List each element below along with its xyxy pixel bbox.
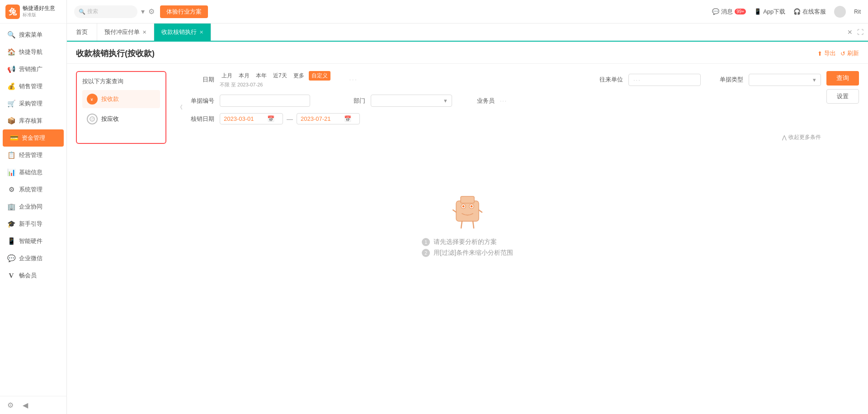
- tab-close-collection[interactable]: ✕: [199, 29, 203, 35]
- svg-text:¥: ¥: [90, 97, 94, 102]
- query-type-receipt-label: 按收款: [101, 95, 119, 103]
- tab-home[interactable]: 首页: [67, 24, 97, 41]
- sidebar-item-label-system: 系统管理: [19, 186, 42, 194]
- filter-row-1-wrap: 日期 上月 本月 本年 近7天 更多 自定义: [189, 71, 859, 144]
- doc-type-label: 单据类型: [712, 76, 743, 84]
- sidebar-menu: 🔍 搜索菜单 🏠 快捷导航 📢 营销推广 💰 销售管理 🛒 采购管理 📦 库存核…: [0, 24, 66, 396]
- dept-chevron-icon: ▾: [444, 97, 447, 104]
- calendar-end-icon[interactable]: 📅: [344, 115, 351, 122]
- header-gear-icon[interactable]: ▾: [141, 7, 145, 16]
- counterparty-dots2: ···: [633, 76, 641, 83]
- messages-button[interactable]: 💬 消息 99+: [712, 8, 746, 16]
- collapse-sidebar-icon[interactable]: ◀: [23, 401, 28, 409]
- dept-select[interactable]: ▾: [371, 95, 452, 107]
- page-inner: 收款核销执行(按收款) ⬆ 导出 ↺ 刷新 按以下方案查询: [67, 42, 868, 414]
- sidebar-item-marketing[interactable]: 📢 营销推广: [0, 61, 66, 78]
- sidebar-item-label-purchase: 采购管理: [19, 100, 42, 108]
- svg-rect-4: [456, 201, 479, 221]
- sidebar-item-shortcut[interactable]: 🏠 快捷导航: [0, 43, 66, 61]
- header-search-box[interactable]: 🔍 搜索: [74, 5, 137, 18]
- message-icon: 💬: [712, 8, 719, 15]
- tab-spacer: [211, 24, 847, 41]
- writeoff-start-input[interactable]: [224, 115, 264, 122]
- refresh-button[interactable]: ↺ 刷新: [840, 49, 859, 57]
- sidebar-item-label-wechat: 企业微信: [19, 254, 42, 262]
- settings-button[interactable]: 设置: [826, 89, 859, 104]
- svg-text:⏱: ⏱: [91, 118, 94, 121]
- export-button[interactable]: ⬆ 导出: [817, 49, 836, 57]
- collapse-panel-button[interactable]: 《: [175, 99, 184, 117]
- counterparty-input[interactable]: ···: [628, 74, 701, 86]
- svg-line-11: [479, 210, 482, 212]
- sidebar-item-member[interactable]: V 畅会员: [0, 267, 66, 284]
- sidebar-item-purchase[interactable]: 🛒 采购管理: [0, 95, 66, 112]
- filter-row-date: 日期 上月 本月 本年 近7天 更多 自定义: [189, 71, 821, 88]
- date-range-separator: —: [287, 115, 293, 123]
- query-type-by-receipt[interactable]: ¥ 按收款: [82, 90, 160, 108]
- by-receipt-icon: ¥: [87, 94, 98, 105]
- doc-no-input[interactable]: [220, 95, 310, 107]
- tab-prepay[interactable]: 预付冲应付单 ✕: [97, 24, 154, 41]
- refresh-label: 刷新: [847, 49, 859, 57]
- page-content: 收款核销执行(按收款) ⬆ 导出 ↺ 刷新 按以下方案查询: [67, 42, 868, 414]
- tab-close-prepay[interactable]: ✕: [142, 29, 146, 35]
- app-name: 畅捷通好生意: [23, 5, 55, 12]
- settings-icon[interactable]: ⚙: [7, 401, 14, 409]
- sidebar: 兔 畅捷通好生意 标准版 🔍 搜索菜单 🏠 快捷导航 📢 营销推广 💰 销售管理…: [0, 0, 67, 414]
- finance-icon: 💳: [10, 134, 18, 142]
- close-window-icon[interactable]: ✕: [847, 29, 853, 36]
- sidebar-logo: 兔 畅捷通好生意 标准版: [0, 0, 66, 24]
- operation-icon: 📋: [7, 151, 15, 159]
- writeoff-date-label: 核销日期: [189, 115, 214, 123]
- calendar-start-icon[interactable]: 📅: [267, 115, 274, 122]
- sidebar-item-sales[interactable]: 💰 销售管理: [0, 78, 66, 95]
- settings-gear-icon[interactable]: ⚙: [148, 7, 155, 16]
- sidebar-item-collab[interactable]: 🏢 企业协同: [0, 198, 66, 215]
- tip-number-2: 2: [422, 249, 430, 257]
- sidebar-item-label-finance: 资金管理: [22, 134, 45, 142]
- date-more[interactable]: 更多: [292, 71, 306, 81]
- date-this-month[interactable]: 本月: [237, 71, 251, 81]
- online-service-button[interactable]: 🎧 在线客服: [793, 8, 826, 16]
- home-icon: 🏠: [7, 48, 15, 56]
- date-this-year[interactable]: 本年: [254, 71, 269, 81]
- main-area: 🔍 搜索 ▾ ⚙ 体验行业方案 💬 消息 99+ 📱 App下载 🎧 在线客服: [67, 0, 868, 414]
- page-title-actions: ⬆ 导出 ↺ 刷新: [817, 49, 859, 57]
- dept-label: 部门: [329, 97, 365, 105]
- date-last-month[interactable]: 上月: [220, 71, 234, 81]
- tab-home-label: 首页: [76, 28, 88, 36]
- page-title-bar: 收款核销执行(按收款) ⬆ 导出 ↺ 刷新: [67, 42, 868, 64]
- sidebar-item-guide[interactable]: 🎓 新手引导: [0, 215, 66, 233]
- query-type-by-receivable[interactable]: ⏱ 按应收: [82, 110, 160, 128]
- collapse-more-btn[interactable]: ⋀ 收起更多条件: [189, 131, 821, 144]
- app-download-button[interactable]: 📱 App下载: [754, 8, 785, 16]
- message-count-badge: 99+: [735, 9, 746, 14]
- writeoff-end-input[interactable]: [301, 115, 341, 122]
- sidebar-item-wechat[interactable]: 💬 企业微信: [0, 250, 66, 267]
- sidebar-item-search[interactable]: 🔍 搜索菜单: [0, 26, 66, 43]
- online-service-label: 在线客服: [802, 8, 826, 16]
- solution-button[interactable]: 体验行业方案: [160, 5, 208, 18]
- app-icon: 📱: [754, 8, 761, 15]
- sidebar-item-finance[interactable]: 💳 资金管理: [3, 129, 64, 147]
- sidebar-item-hardware[interactable]: 📱 智能硬件: [0, 233, 66, 250]
- sidebar-item-system[interactable]: ⚙ 系统管理: [0, 181, 66, 198]
- doc-type-select[interactable]: ▾: [749, 74, 821, 86]
- sidebar-item-operation[interactable]: 📋 经营管理: [0, 147, 66, 164]
- filter-area: 按以下方案查询 ¥ 按收款: [67, 64, 868, 151]
- empty-state: 1 请先选择要分析的方案 2 用[过滤]条件来缩小分析范围: [67, 151, 868, 275]
- query-button[interactable]: 查询: [826, 71, 859, 86]
- search-placeholder: 搜索: [87, 8, 98, 15]
- sidebar-item-label-sales: 销售管理: [19, 82, 42, 90]
- sidebar-item-basic[interactable]: 📊 基础信息: [0, 164, 66, 181]
- collapse-more-label: 收起更多条件: [788, 133, 821, 141]
- sidebar-item-label-search: 搜索菜单: [19, 31, 42, 39]
- tab-collection[interactable]: 收款核销执行 ✕: [154, 24, 211, 41]
- maximize-window-icon[interactable]: ⛶: [857, 29, 863, 36]
- date-7days[interactable]: 近7天: [271, 71, 289, 81]
- search-icon-header: 🔍: [79, 9, 85, 15]
- sidebar-item-inventory[interactable]: 📦 库存核算: [0, 112, 66, 129]
- date-label: 日期: [189, 76, 214, 84]
- query-type-receivable-label: 按应收: [101, 115, 119, 123]
- date-custom[interactable]: 自定义: [309, 71, 330, 81]
